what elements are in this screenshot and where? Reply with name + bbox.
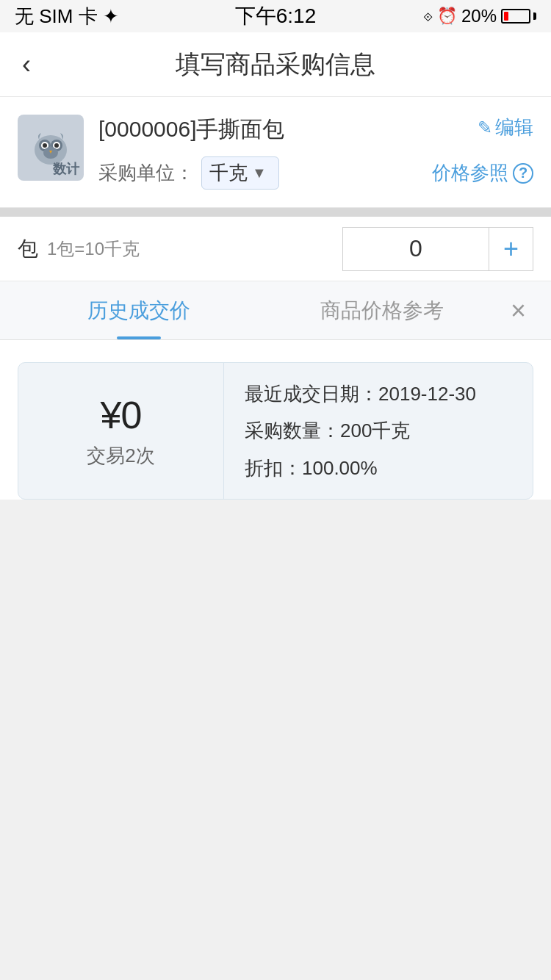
tab-product-price-label: 商品价格参考 <box>320 297 444 325</box>
transaction-price-section: ¥0 交易2次 <box>18 363 224 499</box>
status-bar: 无 SIM 卡 ✦ 下午6:12 ⟐ ⏰ 20% <box>0 0 551 32</box>
purchase-qty-label: 采购数量： <box>245 419 340 442</box>
status-time: 下午6:12 <box>235 2 317 30</box>
tab-close-button[interactable]: × <box>503 290 533 331</box>
product-card: 数计 [0000006]手撕面包 ✎ 编辑 采购单位： 千克 ▼ 价格参照 ? <box>0 97 551 208</box>
purchase-qty-value: 200千克 <box>340 419 410 442</box>
unit-label: 采购单位： <box>98 160 194 186</box>
purchase-qty-row: 采购数量：200千克 <box>245 417 512 444</box>
transaction-price-value: ¥0 <box>101 393 142 437</box>
unit-select[interactable]: 千克 ▼ <box>201 156 279 190</box>
tab-bar: 历史成交价 商品价格参考 × <box>0 281 551 340</box>
quantity-row: 包 1包=10千克 0 + <box>0 217 551 281</box>
recent-date-row: 最近成交日期：2019-12-30 <box>245 381 512 407</box>
quantity-controls: 0 + <box>342 227 533 271</box>
discount-label: 折扣： <box>245 457 302 479</box>
quantity-conversion: 1包=10千克 <box>47 237 140 261</box>
product-unit-row: 采购单位： 千克 ▼ 价格参照 ? <box>98 156 533 190</box>
product-header: [0000006]手撕面包 ✎ 编辑 <box>98 115 533 145</box>
svg-point-6 <box>54 143 59 148</box>
page-title: 填写商品采购信息 <box>176 48 375 82</box>
quantity-value: 0 <box>409 235 422 262</box>
edit-icon: ✎ <box>478 118 492 138</box>
status-signal: 无 SIM 卡 ✦ <box>15 4 119 29</box>
tab-history-price[interactable]: 历史成交价 <box>18 281 260 339</box>
help-icon: ? <box>513 163 533 184</box>
nav-bar: ‹ 填写商品采购信息 <box>0 32 551 97</box>
quantity-unit: 包 <box>18 235 38 263</box>
battery-percent: 20% <box>461 6 497 26</box>
product-image: 数计 <box>18 115 84 181</box>
quantity-label: 包 1包=10千克 <box>18 235 140 263</box>
battery-tip <box>533 12 536 20</box>
back-button[interactable]: ‹ <box>15 44 38 85</box>
tab-history-label: 历史成交价 <box>87 297 190 325</box>
bottom-panel: 历史成交价 商品价格参考 × ¥0 交易2次 最近成交日期：2019-12-30… <box>0 281 551 500</box>
battery-icon <box>501 9 536 24</box>
battery-fill <box>504 12 508 21</box>
transaction-card: ¥0 交易2次 最近成交日期：2019-12-30 采购数量：200千克 折扣：… <box>18 362 533 500</box>
status-right-group: ⟐ ⏰ 20% <box>423 6 536 26</box>
unit-value: 千克 <box>209 160 248 186</box>
dropdown-arrow-icon: ▼ <box>252 165 267 181</box>
tab-active-indicator <box>117 336 161 339</box>
transaction-count: 交易2次 <box>87 443 154 469</box>
discount-value: 100.00% <box>302 457 378 479</box>
recent-date-label: 最近成交日期： <box>245 383 378 405</box>
edit-label: 编辑 <box>495 115 533 140</box>
quantity-plus-button[interactable]: + <box>489 227 533 271</box>
discount-row: 折扣：100.00% <box>245 455 512 481</box>
price-ref-label: 价格参照 <box>432 160 508 186</box>
transaction-details-section: 最近成交日期：2019-12-30 采购数量：200千克 折扣：100.00% <box>224 363 533 499</box>
section-divider <box>0 208 551 217</box>
tab-product-price-ref[interactable]: 商品价格参考 <box>260 281 503 339</box>
alarm-icon: ⏰ <box>437 7 457 26</box>
content-background <box>0 522 551 962</box>
svg-point-5 <box>43 143 47 148</box>
location-icon: ⟐ <box>423 7 433 26</box>
quantity-input[interactable]: 0 <box>342 227 489 271</box>
price-reference-button[interactable]: 价格参照 ? <box>432 160 533 186</box>
product-name: [0000006]手撕面包 <box>98 115 284 145</box>
product-info: [0000006]手撕面包 ✎ 编辑 采购单位： 千克 ▼ 价格参照 ? <box>98 115 533 190</box>
recent-date-value: 2019-12-30 <box>378 383 476 405</box>
product-logo-text: 数计 <box>53 160 79 178</box>
edit-button[interactable]: ✎ 编辑 <box>478 115 533 140</box>
